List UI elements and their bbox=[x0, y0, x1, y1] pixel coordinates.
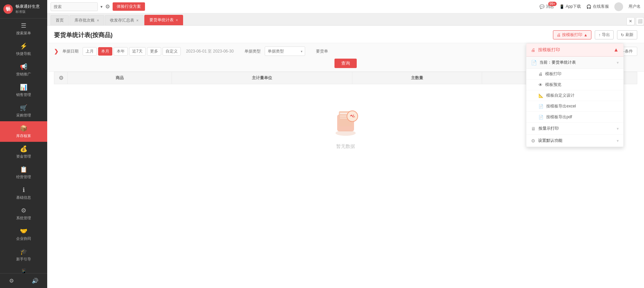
tabbar: 首页 库存批次账 × 收发存汇总表 × 要货单统计表 × ✕ ⬜ bbox=[47, 13, 644, 26]
app-download-btn[interactable]: 📱 App下载 bbox=[559, 4, 581, 9]
current-template-icon: 📄 bbox=[531, 60, 537, 65]
template-export-pdf-item[interactable]: 📄 按模板导出pdf bbox=[526, 112, 623, 123]
topbar-right: 💬 消息 99+ 📱 App下载 🎧 在线客服 用户名 bbox=[539, 2, 641, 11]
search-dropdown-icon[interactable]: ▾ bbox=[100, 4, 103, 9]
sidebar-item-label: 企业协同 bbox=[16, 236, 31, 241]
user-avatar[interactable] bbox=[614, 2, 623, 11]
speaker-bottom-btn[interactable]: 🔊 bbox=[29, 276, 41, 285]
export-label: 导出 bbox=[602, 32, 610, 38]
maximize-page-btn[interactable]: ⬜ bbox=[636, 17, 644, 25]
current-year-btn[interactable]: 本年 bbox=[114, 47, 128, 56]
refresh-btn[interactable]: ↻ 刷新 bbox=[617, 30, 637, 39]
sidebar-item-quick-nav[interactable]: ⚡ 快捷导航 bbox=[0, 39, 47, 60]
current-month-btn[interactable]: 本月 bbox=[98, 47, 112, 56]
refresh-label: 刷新 bbox=[625, 32, 634, 38]
sidebar-item-search-menu[interactable]: ☰ 搜索菜单 bbox=[0, 19, 47, 39]
message-btn[interactable]: 💬 消息 99+ bbox=[539, 4, 554, 9]
sidebar-item-purchase[interactable]: 🛒 采购管理 bbox=[0, 101, 47, 121]
sidebar-item-operations[interactable]: 📋 经营管理 bbox=[0, 162, 47, 183]
sidebar-item-label: 搜索菜单 bbox=[16, 31, 31, 36]
app-center-icon: 📱 bbox=[20, 268, 27, 273]
default-func-icon: ⚙ bbox=[531, 138, 535, 143]
default-func-item[interactable]: ⚙ 设置默认功能 ▾ bbox=[526, 135, 623, 147]
main-content: ▾ ⚙ 体验行业方案 💬 消息 99+ 📱 App下载 🎧 在线客服 用户名 首… bbox=[47, 0, 644, 288]
sidebar: 畅 畅康通好生意 标准版 ☰ 搜索菜单 ⚡ 快捷导航 📢 营销推广 📊 销售管理… bbox=[0, 0, 47, 288]
sidebar-item-system[interactable]: ⚙ 系统管理 bbox=[0, 203, 47, 224]
finance-icon: 💰 bbox=[20, 145, 27, 153]
sidebar-item-inventory[interactable]: 📦 库存核算 bbox=[0, 121, 47, 142]
page-actions: 🖨 按模板打印 ▲ ↑ 导出 ↻ 刷新 bbox=[553, 30, 637, 39]
empty-svg bbox=[329, 104, 362, 138]
current-template-label: 当前：要货单统计表 bbox=[539, 60, 576, 65]
print-dropdown-title-text: 按模板打印 bbox=[538, 47, 560, 53]
tab-home-label: 首页 bbox=[56, 18, 64, 23]
template-design-item[interactable]: 📐 模板自定义设计 bbox=[526, 90, 623, 101]
display-print-item[interactable]: 🖥 按显示打印 ▾ bbox=[526, 123, 623, 135]
quick-nav-icon: ⚡ bbox=[20, 42, 27, 50]
current-template-item[interactable]: 📄 当前：要货单统计表 ▾ bbox=[526, 57, 623, 69]
settings-bottom-btn[interactable]: ⚙ bbox=[6, 276, 17, 285]
display-print-label: 按显示打印 bbox=[538, 126, 559, 131]
col-unit: 主计量单位 bbox=[172, 72, 352, 84]
template-print-item[interactable]: 🖨 模板打印 bbox=[526, 69, 623, 79]
tab-batch-account[interactable]: 库存批次账 × bbox=[69, 15, 104, 25]
sidebar-item-finance[interactable]: 💰 资金管理 bbox=[0, 142, 47, 162]
template-preview-item[interactable]: 👁 模板预览 bbox=[526, 79, 623, 90]
empty-text: 暂无数据 bbox=[336, 143, 355, 150]
online-service-label: 在线客服 bbox=[593, 4, 609, 9]
goods-filter-label: 要货单 bbox=[316, 49, 328, 54]
tab-collection-summary-close[interactable]: × bbox=[136, 18, 139, 23]
template-export-excel-item[interactable]: 📄 按模板导出excel bbox=[526, 101, 623, 112]
message-badge: 99+ bbox=[548, 2, 557, 6]
username-label[interactable]: 用户名 bbox=[628, 4, 641, 9]
print-dropdown-title: 🖨 按模板打印 bbox=[531, 47, 560, 53]
close-page-btn[interactable]: ✕ bbox=[626, 17, 635, 25]
table-settings-icon[interactable]: ⚙ bbox=[59, 75, 63, 81]
filter-expand-icon[interactable]: ❯ bbox=[54, 48, 58, 55]
online-service-btn[interactable]: 🎧 在线客服 bbox=[586, 4, 609, 9]
print-dropdown-close-btn[interactable]: ▲ bbox=[613, 47, 619, 53]
template-preview-label: 模板预览 bbox=[545, 82, 561, 88]
template-export-pdf-icon: 📄 bbox=[538, 115, 544, 120]
search-input[interactable] bbox=[51, 2, 98, 11]
template-design-label: 模板自定义设计 bbox=[546, 93, 575, 98]
last-7-days-btn[interactable]: 近7天 bbox=[129, 47, 146, 56]
print-template-btn[interactable]: 🖨 按模板打印 ▲ bbox=[553, 30, 591, 39]
sidebar-item-basic-info[interactable]: ℹ 基础信息 bbox=[0, 183, 47, 203]
app-download-icon: 📱 bbox=[559, 4, 564, 9]
col-settings: ⚙ bbox=[54, 72, 68, 84]
svg-rect-5 bbox=[340, 118, 347, 119]
sidebar-item-enterprise[interactable]: 🤝 企业协同 bbox=[0, 224, 47, 245]
tab-home[interactable]: 首页 bbox=[51, 15, 69, 25]
date-range-display: 2023-06-01 至 2023-06-30 bbox=[186, 49, 234, 54]
sidebar-item-guide[interactable]: 🎓 新手引导 bbox=[0, 245, 47, 265]
more-btn[interactable]: 更多 bbox=[147, 47, 161, 56]
tab-order-stats[interactable]: 要货单统计表 × bbox=[144, 15, 183, 25]
page-content: 要货单统计表(按商品) 🖨 按模板打印 ▲ ↑ 导出 ↻ 刷新 bbox=[47, 26, 644, 288]
type-select[interactable]: 单据类型 bbox=[265, 46, 305, 56]
export-btn[interactable]: ↑ 导出 bbox=[595, 30, 614, 39]
sidebar-item-sales[interactable]: 📊 销售管理 bbox=[0, 80, 47, 101]
sidebar-item-label: 销售管理 bbox=[16, 92, 31, 97]
topbar-settings-icon[interactable]: ⚙ bbox=[105, 3, 110, 10]
sidebar-item-marketing[interactable]: 📢 营销推广 bbox=[0, 60, 47, 80]
sidebar-item-app-center[interactable]: 📱 应用中心 bbox=[0, 265, 47, 273]
col-quantity: 主数量 bbox=[352, 72, 482, 84]
tab-batch-account-close[interactable]: × bbox=[97, 18, 99, 23]
prev-month-btn[interactable]: 上月 bbox=[83, 47, 97, 56]
online-service-icon: 🎧 bbox=[586, 4, 591, 9]
export-icon: ↑ bbox=[598, 33, 601, 37]
tab-collection-summary[interactable]: 收发存汇总表 × bbox=[105, 15, 144, 25]
query-btn[interactable]: 查询 bbox=[334, 59, 357, 68]
trial-btn[interactable]: 体验行业方案 bbox=[113, 2, 145, 11]
logo-text: 畅康通好生意 标准版 bbox=[16, 4, 40, 14]
message-icon: 💬 bbox=[539, 4, 545, 9]
tab-order-stats-close[interactable]: × bbox=[176, 18, 178, 23]
display-print-left: 🖥 按显示打印 bbox=[531, 126, 559, 131]
page-title: 要货单统计表(按商品) bbox=[54, 31, 113, 39]
sidebar-bottom: ⚙ 🔊 bbox=[0, 273, 47, 288]
sales-icon: 📊 bbox=[20, 84, 27, 91]
template-print-label: 模板打印 bbox=[545, 71, 561, 77]
print-dropdown-title-icon: 🖨 bbox=[531, 47, 535, 53]
custom-btn[interactable]: 自定义 bbox=[163, 47, 181, 56]
